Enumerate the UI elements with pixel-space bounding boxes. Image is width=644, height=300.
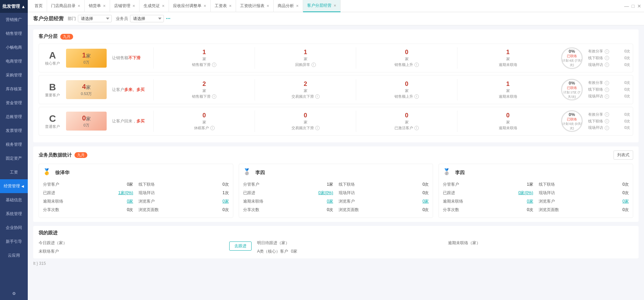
info-icon[interactable]: i <box>414 63 419 67</box>
metric-val-link[interactable]: 0家(0%) <box>318 190 333 196</box>
metric-val-link[interactable]: 0家 <box>423 199 429 204</box>
metric-label: 线下联络 <box>539 182 555 187</box>
metric-val-link[interactable]: 0家 <box>222 199 229 204</box>
tab-close-icon[interactable]: ✕ <box>162 4 165 8</box>
metric-b-1[interactable]: 2 家 交易频次下滑i <box>255 79 356 100</box>
sidebar-item-system[interactable]: 系统管理 <box>0 207 28 221</box>
tab-close-icon[interactable]: ✕ <box>334 4 336 7</box>
metric-val-link[interactable]: 0家 <box>127 199 133 204</box>
staff-stats-section: 业务员数据统计 九月 列表式 🥇 徐泽华 分管客户 0家 <box>33 146 639 222</box>
metric-val-link[interactable]: 1家(0%) <box>118 190 133 196</box>
staff-section-header: 业务员数据统计 九月 列表式 <box>39 151 633 160</box>
sidebar-item-ledger[interactable]: 总账管理 <box>0 110 28 124</box>
sidebar-item-ecom-small[interactable]: 小畅电商 <box>0 41 28 54</box>
sidebar-item-management[interactable]: 经营管理 ◀ <box>0 179 28 193</box>
tab-close-all-icon[interactable]: ✕ <box>637 3 641 9</box>
follow-title: 我的跟进 <box>39 230 633 236</box>
metric-b-0[interactable]: 2 家 销售额下滑i <box>153 79 255 100</box>
metric-val: 1家 <box>327 182 333 187</box>
info-icon[interactable]: i <box>212 63 216 67</box>
sidebar-item-label: 税务管理 <box>6 142 22 147</box>
tier-b-metrics: 2 家 销售额下滑i 2 家 交易频次下滑i 0 家 销售额上升i <box>153 79 558 100</box>
staff-select[interactable]: 请选择 <box>130 15 164 22</box>
tab-minimize-icon[interactable]: — <box>624 3 629 9</box>
sidebar-item-payroll[interactable]: 工资 <box>0 165 28 179</box>
tab-close-icon[interactable]: ✕ <box>266 4 269 8</box>
sidebar-item-assets[interactable]: 固定资产 <box>0 152 28 165</box>
tab-payroll[interactable]: 工资表 ✕ <box>211 0 236 12</box>
tab-maximize-icon[interactable]: □ <box>632 3 635 9</box>
sidebar-item-basic[interactable]: 基础信息 <box>0 193 28 207</box>
tab-customer-tier[interactable]: 客户分层经营 ✕ <box>303 0 341 12</box>
staff-metric-1-1[interactable]: 已跟进 0家(0%) <box>243 189 333 197</box>
sidebar-item-inventory[interactable]: 库存核算 <box>0 82 28 96</box>
tab-close-icon[interactable]: ✕ <box>103 4 106 8</box>
sidebar-item-ecom[interactable]: 电商管理 <box>0 54 28 68</box>
tab-close-icon[interactable]: ✕ <box>203 4 206 8</box>
tab-payroll-report[interactable]: 工资统计报表 ✕ <box>236 0 274 12</box>
sidebar-settings[interactable]: ⚙ <box>0 287 28 300</box>
staff-metric-0-1[interactable]: 已跟进 1家(0%) <box>43 189 133 197</box>
sidebar-item-marketing[interactable]: 营销推广 <box>0 13 28 27</box>
tab-close-icon[interactable]: ✕ <box>296 4 299 8</box>
staff-metric-0-2[interactable]: 逾期未联络 0家 <box>43 198 133 205</box>
tab-adjustment[interactable]: 应收应付调整单 ✕ <box>169 0 211 12</box>
tab-store-products[interactable]: 门店商品目录 ✕ <box>47 0 85 12</box>
metric-b-2[interactable]: 0 家 销售额上升i <box>356 79 457 100</box>
staff-metric-0-0: 分管客户 0家 <box>43 181 133 188</box>
metric-b-3[interactable]: 1 家 逾期未联络 <box>457 79 558 100</box>
section-header: 客户分层 九月 <box>39 33 633 40</box>
dept-select[interactable]: 请选择 <box>78 15 112 22</box>
metric-val-link[interactable]: 0家 <box>327 199 333 204</box>
go-follow-button[interactable]: 去跟进 <box>229 241 252 251</box>
staff-metric-2-r2[interactable]: 浏览客户 0家 <box>539 198 629 205</box>
sidebar-item-tax[interactable]: 税务管理 <box>0 138 28 152</box>
tab-home[interactable]: 首页 <box>30 0 47 12</box>
metric-a-1[interactable]: 1 家 回购异常i <box>255 47 356 69</box>
sidebar-item-purchase[interactable]: 采购管理 <box>0 68 28 82</box>
sidebar-item-finance[interactable]: 资金管理 <box>0 96 28 110</box>
metric-c-0[interactable]: 0 家 休眠客户i <box>153 111 255 132</box>
sidebar-top[interactable]: 批发管理 ▲ <box>0 0 28 13</box>
info-icon[interactable]: i <box>312 63 316 67</box>
tier-c-count-box[interactable]: 0家 0万 <box>66 112 107 131</box>
tab-close-icon[interactable]: ✕ <box>132 4 135 8</box>
tab-close-icon[interactable]: ✕ <box>78 4 80 8</box>
tier-a-count-box[interactable]: 1家 0万 <box>66 49 107 68</box>
staff-metric-1-r2[interactable]: 浏览客户 0家 <box>339 198 429 205</box>
metric-a-3[interactable]: 1 家 逾期未联络 <box>457 47 558 69</box>
sidebar-item-collab[interactable]: 企业协同 <box>0 221 28 235</box>
tab-sales-order[interactable]: 销货单 ✕ <box>85 0 110 12</box>
sidebar-item-guide[interactable]: 新手引导 <box>0 235 28 249</box>
metric-val-link[interactable]: 0家 <box>622 199 629 204</box>
metric-a-2[interactable]: 0 家 销售额上升i <box>356 47 457 69</box>
sidebar-item-label: 总账管理 <box>6 114 22 119</box>
staff-metric-2-2[interactable]: 逾期未联络 0家 <box>443 198 533 205</box>
staff-metric-1-2[interactable]: 逾期未联络 0家 <box>243 198 333 205</box>
staff-card-1: 🥈 李四 分管客户 1家 线下联络 0次 已跟进 <box>239 164 433 218</box>
tab-product-analysis[interactable]: 商品分析 ✕ <box>274 0 303 12</box>
list-table-button[interactable]: 列表式 <box>614 151 633 160</box>
metric-val-link[interactable]: 0家(0%) <box>518 190 533 196</box>
metric-val: 0次 <box>423 190 429 196</box>
today-follow-col: 今日跟进（家） 未联络客户 <box>39 240 224 254</box>
tier-b-contact[interactable]: 0% 已联络 计划 17次 (7天/次) <box>561 79 583 100</box>
metric-a-0[interactable]: 1 家 销售额下滑i <box>153 47 255 69</box>
sidebar-item-invoice[interactable]: 发票管理 <box>0 124 28 138</box>
staff-metric-2-1[interactable]: 已跟进 0家(0%) <box>443 189 533 197</box>
tier-a-contact[interactable]: 0% 已联络 计划 4次 (7天/次) <box>561 47 583 69</box>
tab-close-icon[interactable]: ✕ <box>229 4 232 8</box>
metric-c-1[interactable]: 0 家 交易频次下滑i <box>255 111 356 132</box>
sidebar-item-cloud[interactable]: 云应用 <box>0 249 28 262</box>
tier-c-contact[interactable]: 0% 已联络 计划 0次 (0天/次) <box>561 110 583 132</box>
metric-val-link[interactable]: 0家 <box>527 199 533 204</box>
metric-label: 分管客户 <box>43 182 59 187</box>
more-filters-button[interactable]: ··· <box>166 16 170 22</box>
metric-c-3[interactable]: 0 家 逾期未联络 <box>457 111 558 132</box>
tab-store-mgmt[interactable]: 店铺管理 ✕ <box>110 0 139 12</box>
sidebar-item-sales[interactable]: 销售管理 <box>0 27 28 41</box>
tab-voucher[interactable]: 生成凭证 ✕ <box>139 0 169 12</box>
staff-metric-0-r2[interactable]: 浏览客户 0家 <box>138 198 229 205</box>
tier-b-count-box[interactable]: 4家 0.53万 <box>66 80 107 99</box>
metric-c-2[interactable]: 0 家 已激活客户i <box>356 111 457 132</box>
